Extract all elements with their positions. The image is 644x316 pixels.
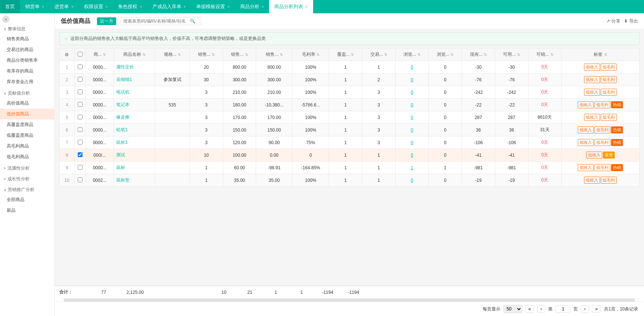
row-view1[interactable]: 0 — [395, 111, 429, 124]
nav-product-warehouse[interactable]: 产成品入库单 × — [147, 0, 191, 13]
row-checkbox[interactable] — [78, 77, 83, 82]
period-tag-btn[interactable]: 近一月 — [97, 17, 116, 25]
col-settings[interactable]: ⚙ — [60, 48, 75, 61]
row-name[interactable]: 属性定价 — [114, 61, 155, 74]
search-input[interactable] — [123, 18, 190, 24]
first-page-btn[interactable]: « — [525, 305, 534, 313]
sidebar-item-low-coverage[interactable]: 低覆盖度商品 — [0, 130, 54, 141]
prev-page-btn[interactable]: ‹ — [537, 305, 545, 313]
nav-role-auth[interactable]: 角色授权 × — [113, 0, 147, 13]
col-view2[interactable]: 浏览... ⇅ — [429, 48, 462, 61]
col-spec[interactable]: 规格... ⇅ — [155, 48, 190, 61]
page-size-select[interactable]: 50 100 — [503, 305, 522, 313]
row-checkbox[interactable] — [78, 140, 83, 145]
page-input[interactable] — [556, 305, 570, 313]
col-checkbox[interactable] — [74, 48, 85, 61]
row-view1[interactable]: 0 — [395, 136, 429, 149]
row-checkbox[interactable] — [78, 115, 83, 119]
nav-close-icon[interactable]: × — [105, 4, 108, 9]
col-name[interactable]: 商品名称 ⇅ — [114, 48, 155, 61]
nav-close-icon[interactable]: × — [262, 4, 264, 9]
view1-link[interactable]: 0 — [411, 153, 413, 158]
export-button[interactable]: ⬇ 导出 — [624, 18, 638, 24]
row-checkbox[interactable] — [78, 64, 83, 69]
row-checkbox-cell[interactable] — [74, 174, 85, 187]
nav-close-icon[interactable]: × — [140, 4, 142, 9]
row-name[interactable]: 鼠标垫 — [114, 174, 155, 187]
nav-product-analysis-list[interactable]: 商品分析列表 × — [269, 0, 313, 13]
sidebar-section-overall[interactable]: ∨ 整体信息 — [0, 23, 54, 34]
col-sales-qty[interactable]: 销售... ⇅ — [189, 48, 223, 61]
row-checkbox-cell[interactable] — [74, 74, 85, 86]
sidebar-section-contribution[interactable]: ∨ 贡献值分析 — [0, 87, 54, 98]
row-name[interactable]: 吴细细1 — [114, 74, 155, 86]
select-all-checkbox[interactable] — [78, 52, 83, 57]
nav-home[interactable]: 首页 — [0, 0, 20, 13]
nav-template-settings[interactable]: 单据模板设置 × — [191, 0, 235, 13]
row-name[interactable]: 笔记本 — [114, 99, 155, 111]
col-sales-amount[interactable]: 销售... ⇅ — [223, 48, 256, 61]
row-checkbox-cell[interactable] — [74, 61, 85, 74]
row-checkbox-cell[interactable] — [74, 162, 85, 174]
row-name[interactable]: 测试 — [114, 149, 155, 162]
sidebar-section-liquidity[interactable]: > 流通性分析 — [0, 162, 54, 173]
view1-link[interactable]: 1 — [411, 165, 413, 170]
nav-close-icon[interactable]: × — [184, 4, 186, 9]
col-trade[interactable]: 交易... ⇅ — [362, 48, 396, 61]
row-checkbox[interactable] — [78, 89, 83, 94]
view1-link[interactable]: 0 — [411, 102, 413, 108]
sidebar-item-stock-capital[interactable]: 库存资金占用 — [0, 77, 54, 87]
row-checkbox-cell[interactable] — [74, 136, 85, 149]
row-view1[interactable]: 0 — [395, 74, 429, 86]
row-checkbox[interactable] — [78, 127, 83, 132]
share-button[interactable]: ↗ 分享 — [606, 18, 620, 24]
row-checkbox-cell[interactable] — [74, 111, 85, 124]
nav-sales-order[interactable]: 销货单 × — [20, 0, 49, 13]
row-view1[interactable]: 0 — [395, 99, 429, 111]
sidebar-item-high-coverage[interactable]: 高覆盖度商品 — [0, 119, 54, 130]
row-view1[interactable]: 0 — [395, 61, 429, 74]
nav-close-icon[interactable]: × — [42, 4, 44, 9]
view1-link[interactable]: 0 — [411, 128, 413, 133]
sidebar-item-high-margin[interactable]: 高毛利商品 — [0, 141, 54, 152]
sidebar-section-growth[interactable]: > 成长性分析 — [0, 173, 54, 184]
row-name[interactable]: 电话机 — [114, 86, 155, 99]
col-available[interactable]: 可用... ⇅ — [495, 48, 528, 61]
sidebar-collapse-btn[interactable]: « — [2, 16, 10, 23]
row-checkbox[interactable] — [78, 177, 83, 182]
sidebar-item-stocked-goods[interactable]: 有库存的商品 — [0, 66, 54, 77]
view1-link[interactable]: 0 — [411, 140, 413, 145]
sidebar-item-new-goods[interactable]: 新品 — [0, 205, 54, 216]
row-checkbox-cell[interactable] — [74, 149, 85, 162]
sidebar-item-low-value[interactable]: 低价值商品 — [0, 109, 54, 119]
view1-link[interactable]: 0 — [411, 77, 413, 82]
col-saleable[interactable]: 可销... ⇅ — [528, 48, 561, 61]
sidebar-item-category-rate[interactable]: 商品分类销售率 — [0, 55, 54, 66]
row-view1[interactable]: 0 — [395, 86, 429, 99]
view1-link[interactable]: 0 — [411, 90, 413, 95]
sidebar-item-sales-goods[interactable]: 销售类商品 — [0, 34, 54, 44]
row-view1[interactable]: 1 — [395, 162, 429, 174]
nav-product-analysis[interactable]: 商品分析 × — [235, 0, 269, 13]
nav-permissions[interactable]: 权限设置 × — [79, 0, 113, 13]
search-icon[interactable]: 🔍 — [190, 18, 195, 24]
next-page-btn[interactable]: › — [581, 305, 589, 313]
sidebar-item-all-goods[interactable]: 全部商品 — [0, 194, 54, 205]
table-scroll-bar[interactable] — [64, 299, 635, 302]
row-view1[interactable]: 0 — [395, 174, 429, 187]
view1-link[interactable]: 0 — [411, 65, 413, 70]
view1-link[interactable]: 0 — [411, 115, 413, 120]
nav-close-icon[interactable]: × — [71, 4, 73, 9]
row-name[interactable]: 鼠标1 — [114, 136, 155, 149]
row-checkbox[interactable] — [78, 102, 83, 107]
col-coverage[interactable]: 覆盖... ⇅ — [329, 48, 362, 61]
row-name[interactable]: 铅笔1 — [114, 124, 155, 136]
row-checkbox-cell[interactable] — [74, 124, 85, 136]
row-checkbox-cell[interactable] — [74, 99, 85, 111]
col-current[interactable]: 现有... ⇅ — [462, 48, 495, 61]
col-sales-profit[interactable]: 销售... ⇅ — [256, 48, 292, 61]
row-name[interactable]: 橡皮擦 — [114, 111, 155, 124]
row-name[interactable]: 鼠标 — [114, 162, 155, 174]
view1-link[interactable]: 0 — [411, 178, 413, 183]
sidebar-item-high-value[interactable]: 高价值商品 — [0, 98, 54, 109]
